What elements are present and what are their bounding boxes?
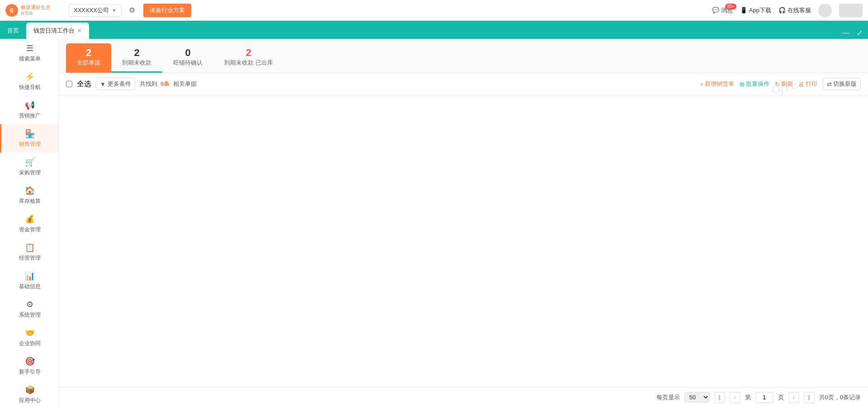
sidebar-item-purchase[interactable]: 🛒 采购管理	[0, 153, 58, 181]
online-service-label: 在线客服	[788, 6, 811, 14]
sidebar-item-label: 企业协同	[19, 340, 41, 347]
status-tab-num-all: 2	[86, 47, 91, 59]
select-all-label: 全选	[77, 80, 91, 89]
sidebar-item-quick-nav[interactable]: ⚡ 快捷导航	[0, 67, 58, 96]
user-name-placeholder[interactable]	[839, 4, 863, 17]
finance-icon: 💰	[25, 214, 35, 224]
sidebar-item-app-center[interactable]: 📦 应用中心	[0, 380, 58, 407]
service-icon: 🎧	[778, 7, 786, 14]
company-selector[interactable]: XXXXXX公司 ▼	[69, 4, 122, 17]
sidebar-item-label: 快捷导航	[19, 84, 41, 91]
company-dropdown-arrow: ▼	[112, 8, 117, 13]
toolbar-left: 全选 ▼ 更多条件 共找到 0条 相关单据	[66, 78, 695, 90]
app-download-icon: 📱	[740, 7, 747, 14]
add-sales-order-button[interactable]: + 新增销货单	[700, 80, 734, 88]
add-label: 新增销货单	[705, 80, 734, 88]
per-page-label: 每页显示	[656, 393, 680, 402]
logo-icon: 6	[5, 4, 18, 17]
operations-icon: 📋	[25, 243, 35, 253]
sidebar-item-inventory[interactable]: 🏠 库存核算	[0, 181, 58, 210]
purchase-icon: 🛒	[25, 157, 35, 167]
sidebar-item-search[interactable]: ☰ 搜索菜单	[0, 39, 58, 67]
sidebar-item-marketing[interactable]: 📢 营销推广	[0, 96, 58, 124]
status-tab-label-all: 全部单据	[77, 59, 100, 67]
status-tab-wangpu[interactable]: 0 旺铺待确认	[162, 43, 213, 73]
tab-active-label: 钱货日清工作台	[33, 27, 75, 35]
status-tab-overdue-shipped[interactable]: 2 到期未收款 已出库	[213, 43, 284, 73]
page-suffix: 页	[778, 393, 784, 402]
quick-nav-icon: ⚡	[25, 72, 35, 82]
status-tab-label-wangpu: 旺铺待确认	[173, 59, 203, 67]
inner-content: 2 全部单据 2 到期未收款 0 旺铺待确认 2 到期未收款 已出库	[59, 39, 868, 407]
filter-button[interactable]: ▼ 更多条件	[96, 78, 135, 90]
tab-bar-right: — ⤢	[840, 27, 868, 39]
avatar[interactable]	[818, 4, 832, 17]
app-download-label: App下载	[749, 6, 771, 14]
guide-icon: 🎯	[25, 356, 35, 366]
sidebar-item-label: 采购管理	[19, 169, 41, 177]
print-icon: 🖨	[798, 81, 804, 88]
footer-pagination: 每页显示 50 100 200 ⟪ ‹ 第 页 › ⟫ 共0页，0条记录	[59, 387, 868, 407]
next-page-button[interactable]: ›	[788, 392, 799, 403]
toolbar: 全选 ▼ 更多条件 共找到 0条 相关单据 + 新增销货单	[59, 73, 868, 95]
messages-badge: 99+	[725, 4, 736, 9]
inventory-icon: 🏠	[25, 186, 35, 196]
sidebar-item-label: 应用中心	[19, 397, 41, 404]
main-layout: ☰ 搜索菜单 ⚡ 快捷导航 📢 营销推广 🏪 销售管理 🛒 采购管理 🏠 库存核…	[0, 39, 868, 407]
tab-maximize-button[interactable]: ⤢	[855, 27, 864, 39]
sidebar: ☰ 搜索菜单 ⚡ 快捷导航 📢 营销推广 🏪 销售管理 🛒 采购管理 🏠 库存核…	[0, 39, 59, 407]
sidebar-item-system[interactable]: ⚙ 系统管理	[0, 295, 58, 323]
experience-button[interactable]: 体验行业方案	[143, 4, 191, 17]
sidebar-item-sales[interactable]: 🏪 销售管理	[0, 124, 58, 153]
messages-icon: 💬	[712, 7, 719, 14]
prev-page-button[interactable]: ‹	[730, 392, 741, 403]
switch-version-button[interactable]: ⇄ 切换新版	[823, 78, 861, 90]
top-header: 6 畅捷通好生意 标普版 XXXXXX公司 ▼ ⚙ 体验行业方案 💬 消息 99…	[0, 0, 868, 21]
enterprise-icon: 🤝	[25, 328, 35, 338]
marketing-icon: 📢	[25, 100, 35, 110]
tab-minimize-button[interactable]: —	[840, 27, 851, 39]
sidebar-item-enterprise[interactable]: 🤝 企业协同	[0, 323, 58, 352]
first-page-button[interactable]: ⟪	[714, 392, 725, 403]
status-tabs: 2 全部单据 2 到期未收款 0 旺铺待确认 2 到期未收款 已出库	[59, 39, 868, 73]
sidebar-item-label: 搜索菜单	[19, 55, 41, 63]
sidebar-item-operations[interactable]: 📋 经营管理	[0, 238, 58, 267]
logo-tag: 标普版	[21, 10, 51, 16]
sidebar-item-finance[interactable]: 💰 资金管理	[0, 210, 58, 238]
messages-button[interactable]: 💬 消息 99+	[712, 6, 733, 14]
company-name: XXXXXX公司	[74, 6, 109, 14]
basic-info-icon: 📊	[25, 271, 35, 281]
online-service-button[interactable]: 🎧 在线客服	[778, 6, 811, 14]
refresh-button[interactable]: ↻ 刷新	[775, 80, 793, 88]
tab-active[interactable]: 钱货日清工作台 ✕	[26, 23, 89, 39]
sidebar-item-guide[interactable]: 🎯 新手引导	[0, 352, 58, 380]
page-label: 第	[745, 393, 751, 402]
content-area: 2 全部单据 2 到期未收款 0 旺铺待确认 2 到期未收款 已出库	[59, 39, 868, 407]
switch-icon: ⇄	[827, 81, 832, 88]
print-label: 打印	[806, 80, 817, 88]
toolbar-right: + 新增销货单 ⊞ 批量操作 ↻ 刷新 🖨 打印	[700, 78, 861, 90]
batch-operation-button[interactable]: ⊞ 批量操作	[740, 80, 769, 88]
sidebar-item-label: 销售管理	[19, 140, 41, 148]
status-tab-overdue[interactable]: 2 到期未收款	[111, 43, 162, 73]
select-all-checkbox[interactable]	[66, 81, 72, 87]
tab-home[interactable]: 首页	[0, 23, 26, 39]
app-download-button[interactable]: 📱 App下载	[740, 6, 771, 14]
refresh-icon: ↻	[775, 81, 780, 88]
filter-icon: ▼	[100, 81, 106, 88]
switch-label: 切换新版	[833, 80, 857, 88]
per-page-select[interactable]: 50 100 200	[684, 392, 710, 402]
sidebar-item-label: 库存核算	[19, 197, 41, 205]
status-tab-label-overdue-shipped: 到期未收款 已出库	[224, 59, 273, 67]
tab-close-button[interactable]: ✕	[77, 28, 82, 34]
status-tab-all[interactable]: 2 全部单据	[66, 43, 111, 73]
settings-button[interactable]: ⚙	[125, 4, 139, 17]
batch-label: 批量操作	[746, 80, 769, 88]
sidebar-item-basic-info[interactable]: 📊 基础信息	[0, 267, 58, 295]
page-input[interactable]	[755, 392, 774, 403]
print-button[interactable]: 🖨 打印	[798, 80, 817, 88]
tab-bar: 首页 钱货日清工作台 ✕ — ⤢	[0, 21, 868, 39]
header-right: 💬 消息 99+ 📱 App下载 🎧 在线客服	[712, 4, 863, 17]
last-page-button[interactable]: ⟫	[804, 392, 815, 403]
filter-label: 更多条件	[108, 80, 131, 88]
